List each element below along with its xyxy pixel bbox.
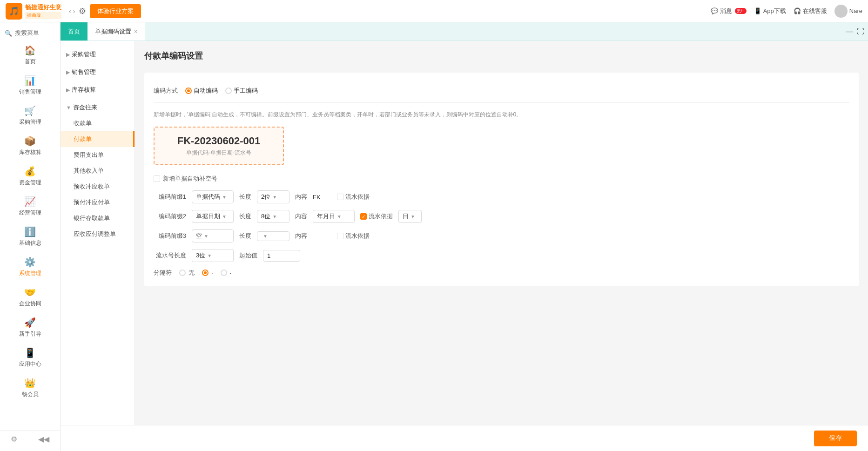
sub-item-other-income[interactable]: 其他收入单: [61, 163, 135, 179]
content2-dropdown-icon: ▼: [337, 214, 342, 219]
main-layout: 🔍 搜索菜单 🏠 首页 📊 销售管理 🛒 采购管理 📦 库存核算 💰 资金管理 …: [0, 22, 868, 451]
sep-none-dot: [179, 269, 186, 276]
length1-dropdown-icon: ▼: [272, 195, 277, 200]
manual-code-radio[interactable]: 手工编码: [225, 87, 258, 95]
length3-dropdown-icon: ▼: [263, 234, 268, 239]
auto-code-radio[interactable]: 自动编码: [185, 87, 218, 95]
collapse-icon[interactable]: ◀◀: [38, 435, 49, 444]
stream1-checkbox-group: 流水依据: [337, 193, 370, 201]
sub-item-pre-receipt[interactable]: 预收冲应收单: [61, 179, 135, 195]
prefix1-select[interactable]: 单据代码 ▼: [192, 190, 234, 203]
encoding-method-row: 编码方式 自动编码 手工编码: [154, 82, 849, 103]
sub-item-bank[interactable]: 银行存取款单: [61, 210, 135, 226]
day-select[interactable]: 日 ▼: [398, 210, 422, 223]
serial-row: 流水号长度 3位 ▼ 起始值: [154, 249, 849, 262]
stream3-label: 流水依据: [345, 232, 370, 240]
sep-dash-radio[interactable]: ·: [221, 269, 232, 276]
top-bar-left: 🎵 畅捷通好生意 插曲版 ‹ › ⚙ 体验行业方案: [6, 3, 141, 20]
content2-select[interactable]: 年月日 ▼: [313, 210, 355, 223]
sep-none-radio[interactable]: 无: [179, 269, 195, 277]
sub-item-expense[interactable]: 费用支出单: [61, 147, 135, 163]
sub-item-payment[interactable]: 付款单: [61, 131, 135, 147]
preview-code: FK-20230602-001: [166, 135, 272, 147]
sidebar-item-apps[interactable]: 📱 应用中心: [0, 343, 60, 373]
sub-layout: ▶ 采购管理 ▶ 销售管理 ▶ 库存核算: [61, 41, 868, 425]
start-value-input[interactable]: [263, 250, 300, 262]
sub-group-capital-title[interactable]: ▼ 资金往来: [61, 100, 135, 115]
stream2-label: 流水依据: [369, 212, 393, 221]
prefix2-label: 编码前缀2: [154, 212, 186, 221]
sep-label: 分隔符: [154, 269, 172, 277]
sub-group-capital: ▼ 资金往来 收款单 付款单 费用支出单 其他收入单 预收冲应收单 预付冲应付单…: [61, 100, 135, 242]
stream3-checkbox-group: 流水依据: [337, 232, 370, 240]
sub-item-receipt[interactable]: 收款单: [61, 115, 135, 131]
tab-close-icon[interactable]: ×: [134, 28, 137, 35]
length1-select[interactable]: 2位 ▼: [257, 190, 289, 203]
search-icon: 🔍: [5, 30, 12, 37]
arrow-right-icon: ▶: [66, 52, 70, 58]
online-service-button[interactable]: 🎧 在线客服: [794, 7, 827, 15]
sep-dot-radio[interactable]: ·: [202, 269, 213, 276]
nav-back-icon[interactable]: ‹: [69, 7, 71, 15]
trial-button[interactable]: 体验行业方案: [90, 4, 141, 18]
sidebar-item-sales[interactable]: 📊 销售管理: [0, 70, 60, 101]
sidebar-item-purchase[interactable]: 🛒 采购管理: [0, 101, 60, 131]
arrow-right-icon: ▶: [66, 87, 70, 93]
manual-code-radio-dot: [225, 88, 232, 94]
sidebar: 🔍 搜索菜单 🏠 首页 📊 销售管理 🛒 采购管理 📦 库存核算 💰 资金管理 …: [0, 22, 61, 451]
auto-fill-label: 新增单据自动补空号: [163, 175, 217, 183]
serial-select[interactable]: 3位 ▼: [192, 249, 234, 262]
sub-group-sales-title[interactable]: ▶ 销售管理: [61, 64, 135, 80]
user-profile[interactable]: Nare: [834, 5, 862, 18]
prefix3-select[interactable]: 空 ▼: [192, 229, 234, 242]
stream3-checkbox[interactable]: [337, 233, 343, 239]
logo-icon: 🎵: [6, 3, 22, 20]
logo-text: 畅捷通好生意 插曲版: [25, 3, 61, 19]
stream2-checkbox[interactable]: ✓: [360, 213, 367, 220]
tab-home[interactable]: 首页: [61, 22, 87, 40]
maximize-icon[interactable]: ⛶: [857, 27, 864, 36]
sub-item-adjust[interactable]: 应收应付调整单: [61, 226, 135, 242]
logo-area: 🎵 畅捷通好生意 插曲版: [6, 3, 61, 20]
sidebar-item-home[interactable]: 🏠 首页: [0, 40, 60, 70]
sales-icon: 📊: [24, 75, 36, 86]
separator-row: 分隔符 无 · ·: [154, 269, 849, 277]
stream1-checkbox[interactable]: [337, 194, 343, 200]
minimize-icon[interactable]: —: [846, 27, 853, 36]
arrow-right-icon: ▶: [66, 69, 70, 75]
inventory-icon: 📦: [24, 135, 36, 147]
nav-forward-icon[interactable]: ›: [73, 7, 75, 15]
sidebar-item-guide[interactable]: 🚀 新手引导: [0, 312, 60, 343]
sub-group-inventory-title[interactable]: ▶ 库存核算: [61, 82, 135, 98]
app-download-button[interactable]: 📱 App下载: [754, 7, 786, 15]
service-icon: 🎧: [794, 7, 801, 14]
sub-item-pre-payment[interactable]: 预付冲应付单: [61, 195, 135, 210]
sidebar-item-finance[interactable]: 💰 资金管理: [0, 161, 60, 191]
sidebar-search[interactable]: 🔍 搜索菜单: [0, 26, 60, 40]
message-button[interactable]: 💬 消息 99+: [711, 7, 747, 15]
sidebar-item-inventory[interactable]: 📦 库存核算: [0, 131, 60, 161]
purchase-icon: 🛒: [24, 105, 36, 116]
app-icon: 📱: [754, 7, 761, 14]
settings-icon[interactable]: ⚙: [79, 6, 86, 16]
preview-box: FK-20230602-001 单据代码-单据日期-流水号: [154, 127, 284, 165]
sidebar-item-base[interactable]: ℹ️ 基础信息: [0, 222, 60, 252]
tab-encoding-settings[interactable]: 单据编码设置 ×: [87, 22, 145, 40]
sidebar-item-vip[interactable]: 👑 畅会员: [0, 373, 60, 403]
base-icon: ℹ️: [24, 226, 36, 237]
settings-bottom-icon[interactable]: ⚙: [11, 435, 17, 444]
sidebar-item-enterprise[interactable]: 🤝 企业协同: [0, 282, 60, 312]
auto-fill-checkbox[interactable]: [154, 175, 160, 182]
auto-fill-row: 新增单据自动补空号: [154, 175, 849, 183]
prefix2-select[interactable]: 单据日期 ▼: [192, 210, 234, 223]
sidebar-bottom: ⚙ ◀◀: [0, 431, 60, 447]
sub-group-purchase-title[interactable]: ▶ 采购管理: [61, 47, 135, 62]
tab-bar-actions: — ⛶: [846, 27, 868, 36]
arrow-down-icon: ▼: [66, 105, 71, 110]
sub-sidebar: ▶ 采购管理 ▶ 销售管理 ▶ 库存核算: [61, 41, 135, 425]
length3-select[interactable]: ▼: [257, 231, 289, 241]
length2-select[interactable]: 8位 ▼: [257, 210, 289, 223]
save-button[interactable]: 保存: [814, 431, 857, 446]
sidebar-item-operations[interactable]: 📈 经营管理: [0, 191, 60, 222]
sidebar-item-system[interactable]: ⚙️ 系统管理: [0, 252, 60, 282]
